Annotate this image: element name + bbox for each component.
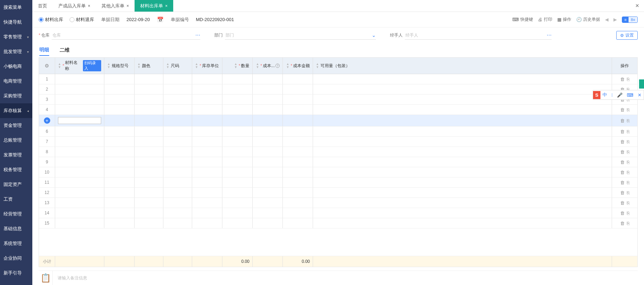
table-row[interactable]: 2🗑⎘: [39, 84, 637, 95]
copy-icon[interactable]: ⎘: [627, 200, 630, 206]
cell-input[interactable]: [58, 117, 101, 124]
scan-badge[interactable]: 扫码录入: [83, 60, 101, 71]
close-all-tabs[interactable]: ×: [630, 2, 644, 9]
date-value[interactable]: 2022-09-20: [126, 17, 150, 22]
tab[interactable]: 其他入库单×: [96, 0, 135, 12]
table-row[interactable]: 10🗑⎘: [39, 167, 637, 177]
copy-icon[interactable]: ⎘: [627, 107, 630, 112]
add-row-button[interactable]: +: [44, 117, 50, 124]
delete-icon[interactable]: 🗑: [620, 107, 625, 112]
table-row[interactable]: 8🗑⎘: [39, 147, 637, 157]
delete-icon[interactable]: 🗑: [620, 160, 625, 165]
calendar-icon[interactable]: 📅: [157, 17, 164, 23]
sidebar-item[interactable]: 小畅电商: [0, 59, 32, 74]
delete-icon[interactable]: 🗑: [620, 77, 625, 82]
ime-dots-icon[interactable]: ⁝: [609, 91, 615, 99]
shortcut-button[interactable]: ⌨快捷键: [512, 17, 533, 22]
sidebar-item[interactable]: 固定资产: [0, 177, 32, 192]
sidebar-item[interactable]: 经营管理: [0, 207, 32, 221]
warehouse-input[interactable]: 仓库⋯: [52, 31, 200, 40]
close-icon[interactable]: ×: [126, 4, 129, 8]
copy-icon[interactable]: ⎘: [627, 149, 630, 155]
copy-icon[interactable]: ⎘: [627, 221, 630, 226]
sort-icon[interactable]: ▲▼: [286, 63, 289, 69]
delete-icon[interactable]: 🗑: [620, 129, 625, 134]
table-row[interactable]: 12🗑⎘: [39, 188, 637, 198]
ime-logo-icon[interactable]: S: [593, 91, 600, 99]
settings-button[interactable]: ⚙设置: [616, 31, 638, 40]
table-row[interactable]: 11🗑⎘: [39, 177, 637, 188]
tab-detail[interactable]: 明细: [39, 45, 49, 56]
table-row[interactable]: 4🗑⎘: [39, 105, 637, 115]
table-row[interactable]: 13🗑⎘: [39, 198, 637, 208]
sort-icon[interactable]: ▲▼: [195, 63, 198, 69]
sidebar-item[interactable]: 新手引导: [0, 266, 32, 280]
copy-icon[interactable]: ⎘: [627, 180, 630, 185]
view-list[interactable]: ≡: [622, 17, 629, 22]
delete-icon[interactable]: 🗑: [620, 170, 625, 175]
table-row[interactable]: 6🗑⎘: [39, 127, 637, 137]
handler-input[interactable]: 经手人⋯: [405, 31, 552, 40]
tab-2d[interactable]: 二维: [60, 45, 70, 56]
dept-input[interactable]: 部门⌄: [225, 31, 376, 40]
sort-icon[interactable]: ▲▼: [58, 63, 61, 69]
close-icon[interactable]: ×: [88, 4, 90, 8]
sidebar-item[interactable]: 搜索菜单: [0, 0, 32, 15]
info-icon[interactable]: ?: [275, 64, 280, 68]
table-row[interactable]: 1🗑⎘: [39, 74, 637, 84]
sort-icon[interactable]: ▲▼: [234, 63, 237, 69]
table-row[interactable]: 9🗑⎘: [39, 157, 637, 167]
sidebar-item[interactable]: 批发管理▾: [0, 44, 32, 59]
ime-kb-icon[interactable]: ⌨: [625, 91, 636, 99]
remark-icon[interactable]: 📋: [39, 271, 53, 285]
close-icon[interactable]: ×: [165, 4, 168, 8]
delete-icon[interactable]: 🗑: [620, 210, 625, 216]
next-arrow-icon[interactable]: ▶: [613, 17, 617, 22]
more-icon[interactable]: ⋯: [195, 32, 200, 38]
sort-icon[interactable]: ▲▼: [107, 63, 110, 69]
copy-icon[interactable]: ⎘: [627, 77, 630, 82]
sidebar-item[interactable]: 税务管理: [0, 162, 32, 177]
delete-icon[interactable]: 🗑: [620, 118, 625, 123]
sidebar-item[interactable]: 发票管理: [0, 148, 32, 162]
table-row[interactable]: 7🗑⎘: [39, 137, 637, 147]
table-row[interactable]: 14🗑⎘: [39, 208, 637, 218]
operate-button[interactable]: ▦操作: [557, 17, 571, 22]
radio-material-return[interactable]: 材料退库: [70, 17, 94, 23]
delete-icon[interactable]: 🗑: [620, 149, 625, 155]
delete-icon[interactable]: 🗑: [620, 180, 625, 185]
delete-icon[interactable]: 🗑: [620, 190, 625, 195]
view-grid[interactable]: 8≡: [629, 17, 637, 22]
sidebar-item[interactable]: 总账管理: [0, 133, 32, 148]
side-tab[interactable]: [639, 79, 644, 89]
sidebar-item[interactable]: 基础信息: [0, 221, 32, 236]
more-icon[interactable]: ⋯: [547, 32, 552, 38]
copy-icon[interactable]: ⎘: [627, 129, 630, 134]
copy-icon[interactable]: ⎘: [627, 210, 630, 216]
delete-icon[interactable]: 🗑: [620, 139, 625, 144]
history-button[interactable]: 🕘历史单据: [576, 17, 600, 22]
sidebar-item[interactable]: 零售管理▾: [0, 30, 32, 44]
sort-icon[interactable]: ▲▼: [137, 63, 141, 69]
copy-icon[interactable]: ⎘: [627, 190, 630, 195]
delete-icon[interactable]: 🗑: [620, 200, 625, 206]
sort-icon[interactable]: ▲▼: [256, 63, 259, 69]
prev-arrow-icon[interactable]: ◀: [605, 17, 609, 22]
radio-material-out[interactable]: 材料出库: [39, 17, 63, 23]
sort-icon[interactable]: ▲▼: [316, 63, 319, 69]
table-row[interactable]: 3🗑⎘: [39, 95, 637, 105]
table-row[interactable]: 15🗑⎘: [39, 218, 637, 228]
sidebar-item[interactable]: 快捷导航: [0, 15, 32, 30]
ime-lang[interactable]: 中: [600, 90, 609, 99]
copy-icon[interactable]: ⎘: [627, 118, 630, 123]
sidebar-item[interactable]: 电商管理: [0, 74, 32, 89]
sidebar-item[interactable]: 资金管理: [0, 118, 32, 133]
sort-icon[interactable]: ▲▼: [166, 63, 169, 69]
sidebar-item[interactable]: 系统管理: [0, 236, 32, 251]
tab[interactable]: 首页: [32, 0, 53, 12]
ime-close-icon[interactable]: ✕: [636, 91, 644, 99]
copy-icon[interactable]: ⎘: [627, 160, 630, 165]
delete-icon[interactable]: 🗑: [620, 221, 625, 226]
sidebar-item[interactable]: 采购管理: [0, 89, 32, 103]
copy-icon[interactable]: ⎘: [627, 170, 630, 175]
